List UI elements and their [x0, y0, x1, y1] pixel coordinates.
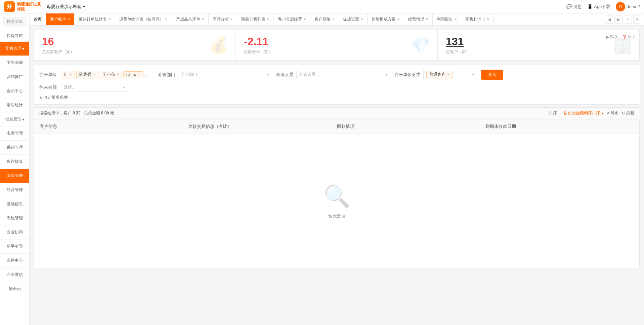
chevron-icon: ▾ — [22, 46, 24, 51]
category-tag-close[interactable]: ✕ — [447, 73, 449, 76]
sidebar-item-wholesale-mgmt[interactable]: 批发管理 ▾ — [0, 112, 29, 127]
search-result-text: 搜索结果中，客户 0 家 欠款金额 0.00 元 — [39, 110, 114, 116]
main-layout: 搜索菜单 快捷导航 零售管理 ▾ 零售商城 营销推广 会员中心 零售统计 批发管… — [0, 13, 644, 325]
tab-prev-btn[interactable]: ◀ — [605, 15, 613, 24]
tab-close-pal[interactable]: ✕ — [267, 17, 269, 21]
tab-close-pa[interactable]: ✕ — [230, 17, 233, 21]
tab-new-promotion-plan[interactable]: 新增提成方案 ✕ — [368, 13, 404, 26]
col-arrear-info: 欠款交易信息（占比） — [188, 123, 337, 130]
tab-close-prod[interactable]: ✕ — [202, 17, 204, 21]
sidebar-item-membership[interactable]: 会员中心 — [0, 84, 29, 98]
tab-product-analysis[interactable]: 商品分析 ✕ — [209, 13, 237, 26]
dept-select[interactable]: 分管部门 ▾ — [178, 70, 272, 79]
tab-close-npp[interactable]: ✕ — [397, 17, 400, 21]
sidebar-item-retail-mall[interactable]: 零售商城 — [0, 56, 29, 70]
tab-inbound-stats[interactable]: 进货单统计表（按商品） ✕ — [115, 13, 172, 26]
sort-select[interactable]: 按欠款金额倒序排序 ▾ — [564, 110, 603, 116]
tab-customer-segment[interactable]: 客户分层经营 ✕ — [274, 13, 310, 26]
filter-row-2: 往来余额 选择... ▾ — [39, 83, 634, 92]
sidebar-item-finance[interactable]: 资金管理 — [0, 169, 29, 183]
query-button[interactable]: 查询 — [481, 70, 503, 80]
chevron-icon-2: ▾ — [22, 117, 24, 122]
tab-retail-profit[interactable]: 零售利润（ ✕ — [461, 13, 494, 26]
person-select[interactable]: 分管人员 ... ▾ — [296, 70, 390, 79]
sidebar-item-operations[interactable]: 经营管理 — [0, 183, 29, 197]
phone-icon: 📱 — [587, 4, 593, 9]
help-links: ▶ 视频 ❓ 帮助 — [606, 34, 636, 40]
collapse-conditions-btn[interactable]: ∧ 收起更多条件 — [39, 95, 634, 100]
category-tag: 普通客户 ✕ — [426, 71, 453, 78]
sidebar-item-basic-info[interactable]: 基础信息 — [0, 197, 29, 211]
sidebar-item-new-guide[interactable]: 新手引导 — [0, 240, 29, 254]
tag-close-4[interactable]: ✕ — [138, 73, 140, 76]
person-options-icon: ... — [318, 73, 321, 77]
user-avatar[interactable]: D demo2 — [616, 2, 640, 11]
tag-close-1[interactable]: ✕ — [69, 73, 72, 76]
tab-close-pr[interactable]: ✕ — [454, 17, 457, 21]
export-btn[interactable]: ↗ 导出 — [606, 110, 619, 116]
tab-next-btn[interactable]: ▶ — [614, 15, 622, 24]
tab-customer-account[interactable]: 客户账本 ✕ — [46, 13, 75, 26]
sidebar-item-marketing[interactable]: 营销推广 — [0, 70, 29, 84]
tab-close-cc[interactable]: ✕ — [332, 17, 335, 21]
sidebar-item-enterprise-collab[interactable]: 企业协同 — [0, 225, 29, 240]
top-bar: 好 畅捷通好生意 标版 母婴行业演示帐套 ▾ 💬 消息 📱 App下载 D de… — [0, 0, 644, 13]
tab-production-inbound[interactable]: 产成品入库单 ✕ — [172, 13, 209, 26]
tab-customer-contact[interactable]: 客户联络 ✕ — [310, 13, 339, 26]
tab-close-os[interactable]: ✕ — [426, 17, 428, 21]
category-select[interactable]: 普通客户 ✕ ▾ — [423, 69, 477, 80]
collapse-btn-area: ∧ 收起更多条件 — [39, 95, 634, 100]
table-container: 客户信息 欠款交易信息（占比） 回款情况 到期未收款日期 🔍 暂无数据 — [34, 119, 640, 269]
gem-bg-icon: 💎 — [411, 36, 431, 55]
tab-close-rp[interactable]: ✕ — [487, 17, 489, 21]
tab-controls: ◀ ▶ ⤢ ✕ — [602, 15, 644, 24]
tab-close-ps[interactable]: ✕ — [360, 17, 363, 21]
results-bar-left: 搜索结果中，客户 0 家 欠款金额 0.00 元 — [39, 110, 114, 116]
tab-operations-status[interactable]: 经营情况 ✕ — [404, 13, 433, 26]
app-download-btn[interactable]: 📱 App下载 — [587, 4, 610, 10]
sidebar-item-purchase-mgmt[interactable]: 采购管理 — [0, 141, 29, 155]
sidebar-item-system[interactable]: 系统管理 — [0, 211, 29, 225]
more-tags-btn[interactable]: ... — [145, 72, 148, 77]
sort-label: 排序： — [549, 110, 561, 116]
tab-product-analysis-list[interactable]: 商品分析列表 ✕ — [237, 13, 274, 26]
refresh-btn[interactable]: ↻ 刷新 — [621, 110, 634, 116]
content-area: 首页 客户账本 ✕ 采购订单统计表 ✕ 进货单统计表（按商品） ✕ 产成品入库单… — [30, 13, 644, 325]
message-btn[interactable]: 💬 消息 — [566, 4, 582, 10]
tab-home[interactable]: 首页 — [30, 13, 46, 26]
tab-close-purchase[interactable]: ✕ — [108, 17, 111, 21]
balance-select[interactable]: 选择... ▾ — [61, 83, 128, 92]
tag-close-3[interactable]: ✕ — [116, 73, 119, 76]
category-filter-group: 往来单位分类 普通客户 ✕ ▾ — [394, 69, 477, 80]
sidebar-item-ecommerce[interactable]: 电商管理 — [0, 127, 29, 141]
dept-filter-group: 分管部门 分管部门 ▾ — [158, 70, 272, 79]
search-menu-button[interactable]: 搜索菜单 — [3, 17, 27, 27]
question-icon: ❓ — [622, 35, 627, 39]
tab-profit-report[interactable]: 利润报告 ✕ — [433, 13, 461, 26]
sidebar-item-retail-stats[interactable]: 零售统计 — [0, 98, 29, 112]
summary-row: 16 总欠款客户（家） 💰 -2.11 欠款合计（万） 💎 131 总客户（家）… — [34, 30, 640, 61]
tab-purchase-order-stats[interactable]: 采购订单统计表 ✕ — [75, 13, 115, 26]
balance-filter-label: 往来余额 — [39, 84, 57, 91]
filter-tags-container: 伍 ✕ 陈民强 ✕ 王小亮 ✕ cjttcw ✕ — [61, 71, 148, 78]
sidebar-item-app-center[interactable]: 应用中心 — [0, 254, 29, 268]
total-customers-value: 16 — [42, 35, 227, 48]
help-link[interactable]: ❓ 帮助 — [622, 34, 636, 40]
tab-close-all-btn[interactable]: ✕ — [633, 15, 641, 24]
tab-promotion-settings[interactable]: 提成设置 ✕ — [339, 13, 368, 26]
video-link[interactable]: ▶ 视频 — [606, 34, 618, 40]
col-overdue-date: 到期未收款日期 — [485, 123, 634, 130]
store-selector[interactable]: 母婴行业演示帐套 ▾ — [44, 2, 88, 11]
tab-expand-btn[interactable]: ⤢ — [624, 15, 632, 24]
tag-close-2[interactable]: ✕ — [93, 73, 95, 76]
sidebar-item-inventory[interactable]: 库存核算 — [0, 155, 29, 169]
sidebar-item-retail-mgmt[interactable]: 零售管理 ▾ — [0, 42, 29, 56]
sidebar-item-enterprise-wechat[interactable]: 企业微信 — [0, 268, 29, 282]
quick-nav-button[interactable]: 快捷导航 — [0, 30, 29, 42]
tab-close-cs[interactable]: ✕ — [303, 17, 306, 21]
tab-close-customer-account[interactable]: ✕ — [68, 17, 70, 21]
sidebar-item-vip-member[interactable]: 畅会员 — [0, 282, 29, 296]
play-icon: ▶ — [606, 35, 609, 39]
dept-filter-label: 分管部门 — [158, 72, 175, 78]
tab-close-inbound[interactable]: ✕ — [165, 17, 168, 21]
